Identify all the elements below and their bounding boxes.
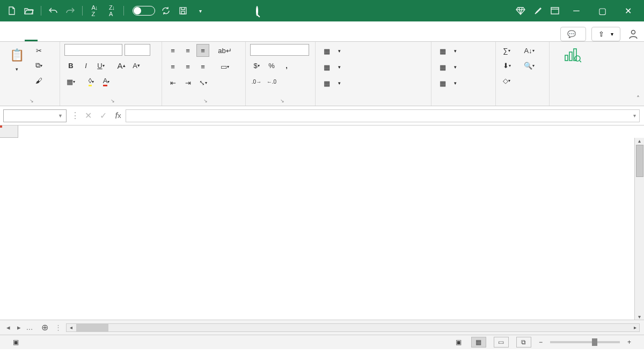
font-name-combo[interactable]: [64, 44, 122, 56]
bold-button[interactable]: B: [64, 59, 77, 72]
copy-icon[interactable]: ⧉▾: [32, 59, 45, 72]
find-select-icon[interactable]: 🔍▾: [521, 59, 538, 72]
analyze-data-button[interactable]: [554, 44, 591, 67]
conditional-formatting-button[interactable]: ▦▾: [320, 44, 343, 58]
accounting-icon[interactable]: $▾: [250, 59, 263, 72]
sort-asc-icon[interactable]: A↓Z: [88, 4, 101, 17]
align-bottom-icon[interactable]: ≡: [196, 44, 209, 57]
formula-bar[interactable]: ▾: [126, 109, 640, 122]
delete-cells-button[interactable]: ▦▾: [436, 60, 459, 74]
more-options-icon[interactable]: ⋮: [70, 110, 80, 121]
fill-icon[interactable]: ⬇▾: [500, 59, 513, 72]
sync-icon[interactable]: [159, 4, 172, 17]
tab-review[interactable]: [115, 33, 128, 41]
decrease-decimal-icon[interactable]: ←.0: [265, 75, 278, 88]
insert-cells-button[interactable]: ▦▾: [436, 44, 459, 58]
save-icon[interactable]: [177, 4, 189, 17]
align-top-icon[interactable]: ≡: [166, 44, 179, 57]
number-format-combo[interactable]: [250, 44, 309, 56]
open-file-icon[interactable]: [23, 4, 35, 17]
decrease-indent-icon[interactable]: ⇤: [166, 76, 179, 89]
tab-page-layout[interactable]: [70, 33, 83, 41]
underline-button[interactable]: U▾: [94, 59, 107, 72]
display-settings-button[interactable]: ▣: [456, 338, 464, 346]
font-color-button[interactable]: A▾: [100, 75, 113, 88]
tab-insert[interactable]: [40, 33, 53, 41]
zoom-in-button[interactable]: +: [627, 338, 631, 346]
font-size-combo[interactable]: [125, 44, 150, 56]
close-button[interactable]: ✕: [617, 0, 639, 21]
fx-icon[interactable]: fx: [111, 109, 126, 122]
align-right-icon[interactable]: ≡: [196, 60, 209, 73]
scroll-down-icon[interactable]: ▾: [638, 314, 641, 320]
worksheet-grid[interactable]: ▴ ▾: [0, 125, 644, 320]
tab-draw[interactable]: [55, 33, 68, 41]
sheet-nav-next-icon[interactable]: ▸: [14, 323, 24, 331]
clear-icon[interactable]: ◇▾: [500, 74, 513, 87]
view-page-break-icon[interactable]: ⧉: [516, 337, 531, 348]
tab-view[interactable]: [130, 33, 143, 41]
tab-data[interactable]: [100, 33, 113, 41]
view-normal-icon[interactable]: ▦: [471, 337, 486, 348]
shrink-font-button[interactable]: A▾: [130, 59, 143, 72]
hscroll-left-icon[interactable]: ◂: [67, 324, 75, 331]
share-button[interactable]: ⇧ ▾: [591, 27, 620, 41]
increase-indent-icon[interactable]: ⇥: [181, 76, 194, 89]
scroll-thumb[interactable]: [636, 145, 643, 177]
borders-button[interactable]: ▦▾: [64, 75, 77, 88]
add-sheet-button[interactable]: ⊕: [38, 322, 52, 333]
merge-icon[interactable]: ▭▾: [216, 60, 234, 73]
sort-desc-icon[interactable]: Z↓A: [105, 4, 118, 17]
enter-formula-icon[interactable]: ✓: [96, 109, 111, 122]
new-file-icon[interactable]: [5, 4, 18, 17]
dialog-launcher-icon[interactable]: ↘: [111, 98, 115, 104]
cancel-formula-icon[interactable]: ✕: [80, 109, 96, 122]
name-box[interactable]: ▼: [3, 109, 67, 122]
tab-home[interactable]: [25, 33, 38, 41]
collapse-ribbon-icon[interactable]: ˄: [636, 95, 640, 102]
orientation-icon[interactable]: ⤡▾: [196, 76, 209, 89]
format-cells-button[interactable]: ▦▾: [436, 76, 459, 90]
align-center-icon[interactable]: ≡: [181, 60, 194, 73]
select-all-corner[interactable]: [0, 125, 18, 138]
qat-dropdown-icon[interactable]: ▾: [194, 4, 207, 17]
tab-formulas[interactable]: [85, 33, 98, 41]
wrap-text-icon[interactable]: ab↵: [216, 44, 234, 57]
italic-button[interactable]: I: [79, 59, 92, 72]
expand-formula-bar-icon[interactable]: ▾: [630, 113, 639, 119]
minimize-button[interactable]: ─: [566, 0, 587, 21]
account-icon[interactable]: [626, 26, 641, 41]
autosum-icon[interactable]: ∑▾: [500, 44, 513, 57]
hscroll-thumb[interactable]: [76, 324, 108, 331]
format-painter-icon[interactable]: 🖌: [32, 74, 45, 87]
align-left-icon[interactable]: ≡: [166, 60, 179, 73]
scroll-up-icon[interactable]: ▴: [638, 138, 641, 144]
paste-button[interactable]: 📋 ▾: [4, 44, 29, 72]
zoom-out-button[interactable]: −: [539, 338, 543, 346]
tab-help[interactable]: [160, 33, 173, 41]
vertical-scrollbar[interactable]: ▴ ▾: [634, 138, 644, 320]
redo-icon[interactable]: [64, 4, 77, 17]
diamond-icon[interactable]: [514, 4, 527, 17]
cut-icon[interactable]: ✂: [32, 44, 45, 57]
cell-styles-button[interactable]: ▦▾: [320, 76, 343, 90]
percent-icon[interactable]: %: [265, 59, 278, 72]
sort-filter-icon[interactable]: A↓▾: [521, 44, 538, 57]
sheet-nav-more-icon[interactable]: …: [25, 323, 34, 331]
align-middle-icon[interactable]: ≡: [181, 44, 194, 57]
format-as-table-button[interactable]: ▦▾: [320, 60, 343, 74]
fill-color-button[interactable]: ◊▾: [85, 75, 98, 88]
window-mode-icon[interactable]: [548, 4, 561, 17]
comma-icon[interactable]: ,: [280, 59, 293, 72]
tab-file[interactable]: [10, 33, 23, 41]
maximize-button[interactable]: ▢: [591, 0, 613, 21]
comments-button[interactable]: 💬: [560, 27, 586, 41]
hscroll-right-icon[interactable]: ▸: [631, 324, 639, 331]
dialog-launcher-icon[interactable]: ↘: [280, 98, 284, 104]
tab-developer[interactable]: [145, 33, 158, 41]
sheet-nav-prev-icon[interactable]: ◂: [3, 323, 13, 331]
grow-font-button[interactable]: A▴: [115, 59, 128, 72]
dialog-launcher-icon[interactable]: ↘: [30, 98, 34, 104]
brush-icon[interactable]: [531, 4, 544, 17]
view-page-layout-icon[interactable]: ▭: [494, 337, 509, 348]
